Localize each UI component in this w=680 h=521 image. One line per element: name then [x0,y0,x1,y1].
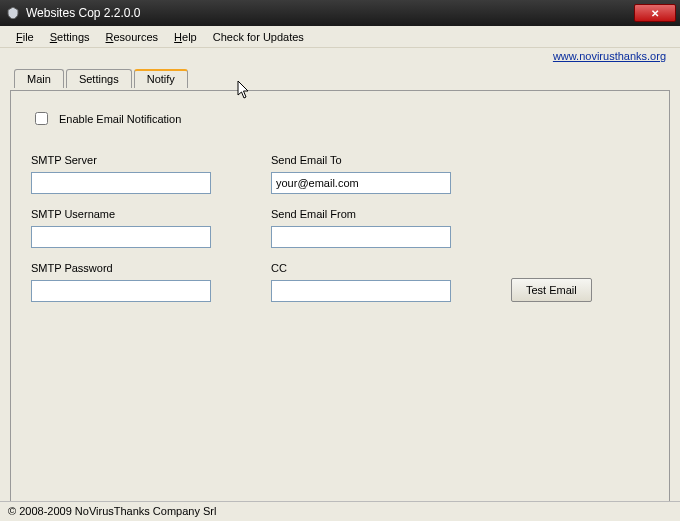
vendor-link[interactable]: www.novirusthanks.org [553,50,666,62]
smtp-server-input[interactable] [31,172,211,194]
send-from-label: Send Email From [271,208,451,220]
app-icon [6,6,20,20]
window-title: Websites Cop 2.2.0.0 [26,6,634,20]
status-bar: © 2008-2009 NoVirusThanks Company Srl [0,501,680,521]
cc-input[interactable] [271,280,451,302]
menu-file[interactable]: File [10,29,40,45]
menu-resources[interactable]: Resources [100,29,165,45]
tab-notify[interactable]: Notify [134,69,188,88]
link-bar: www.novirusthanks.org [0,48,680,68]
tab-settings[interactable]: Settings [66,69,132,88]
test-email-button[interactable]: Test Email [511,278,592,302]
cc-label: CC [271,262,451,274]
enable-email-checkbox[interactable] [35,112,48,125]
tab-strip: Main Settings Notify [14,68,680,90]
smtp-username-input[interactable] [31,226,211,248]
notify-panel: Enable Email Notification SMTP Server SM… [10,90,670,502]
smtp-password-label: SMTP Password [31,262,211,274]
send-to-input[interactable] [271,172,451,194]
menu-bar: File Settings Resources Help Check for U… [0,26,680,48]
enable-email-label: Enable Email Notification [59,113,181,125]
title-bar: Websites Cop 2.2.0.0 ✕ [0,0,680,26]
tab-main[interactable]: Main [14,69,64,88]
send-from-input[interactable] [271,226,451,248]
close-icon: ✕ [651,8,659,19]
copyright-text: © 2008-2009 NoVirusThanks Company Srl [8,505,216,517]
smtp-username-label: SMTP Username [31,208,211,220]
close-button[interactable]: ✕ [634,4,676,22]
smtp-server-label: SMTP Server [31,154,211,166]
menu-help[interactable]: Help [168,29,203,45]
menu-check-updates[interactable]: Check for Updates [207,29,310,45]
send-to-label: Send Email To [271,154,451,166]
smtp-password-input[interactable] [31,280,211,302]
menu-settings[interactable]: Settings [44,29,96,45]
